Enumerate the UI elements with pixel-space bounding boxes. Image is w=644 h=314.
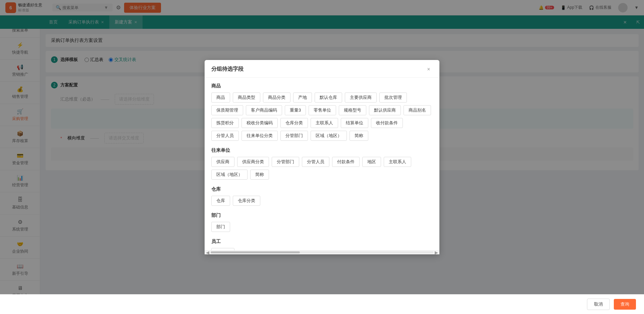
tag-short-name[interactable]: 简称: [350, 131, 368, 141]
warehouse-field-tags: 仓库 仓库分类: [211, 196, 433, 206]
tag-party-region[interactable]: 区域（地区）: [211, 170, 248, 180]
tag-warehouse-category[interactable]: 仓库分类: [280, 118, 308, 128]
tag-goods[interactable]: 商品: [211, 92, 230, 103]
tag-salesperson[interactable]: 业务员: [211, 248, 234, 250]
tag-pick-points[interactable]: 拣货积分: [211, 118, 239, 128]
cancel-button[interactable]: 取消: [587, 299, 610, 310]
section-warehouse: 仓库 仓库 仓库分类: [211, 186, 433, 206]
modal-close-button[interactable]: ×: [425, 65, 433, 73]
tag-party-payment[interactable]: 付款条件: [332, 157, 360, 167]
employee-field-tags: 业务员: [211, 248, 433, 250]
tag-main-supplier[interactable]: 主要供应商: [345, 92, 377, 103]
tag-party-dept[interactable]: 分管部门: [272, 157, 299, 167]
tag-warehouse-cat[interactable]: 仓库分类: [233, 196, 260, 206]
tag-batch-manage[interactable]: 批次管理: [379, 92, 407, 103]
section-warehouse-title: 仓库: [211, 186, 433, 192]
tag-tax-code[interactable]: 税收分类编码: [241, 118, 278, 128]
section-goods-title: 商品: [211, 83, 433, 89]
tag-shelf-life[interactable]: 保质期管理: [211, 105, 243, 115]
section-employee: 员工 业务员: [211, 239, 433, 250]
tag-weight3[interactable]: 重量3: [285, 105, 306, 115]
party-field-tags: 供应商 供应商分类 分管部门 分管人员 付款条件 地区 主联系人 区域（地区） …: [211, 157, 433, 180]
section-dept-title: 部门: [211, 212, 433, 218]
scrollbar-thumb: [211, 251, 300, 253]
tag-dept[interactable]: 部门: [211, 222, 230, 232]
modal-overlay[interactable]: 分组待选字段 × 商品 商品 商品类型 商品分类 产地 默认仓库 主要供应商 批…: [0, 0, 644, 314]
modal-body[interactable]: 商品 商品 商品类型 商品分类 产地 默认仓库 主要供应商 批次管理 保质期管理…: [205, 78, 439, 250]
tag-dept-manage[interactable]: 分管部门: [280, 131, 308, 141]
confirm-button[interactable]: 查询: [614, 299, 636, 310]
field-select-modal: 分组待选字段 × 商品 商品 商品类型 商品分类 产地 默认仓库 主要供应商 批…: [205, 60, 439, 254]
modal-scrollbar[interactable]: ◀ ▶: [205, 250, 439, 254]
tag-warehouse[interactable]: 仓库: [211, 196, 230, 206]
tag-goods-type[interactable]: 商品类型: [233, 92, 260, 103]
modal-title: 分组待选字段: [211, 66, 244, 73]
section-party: 往来单位 供应商 供应商分类 分管部门 分管人员 付款条件 地区 主联系人 区域…: [211, 147, 433, 180]
tag-dept-manager[interactable]: 分管人员: [211, 131, 239, 141]
tag-goods-category[interactable]: 商品分类: [263, 92, 290, 103]
tag-payment-terms[interactable]: 收付款条件: [371, 118, 403, 128]
tag-customer-code[interactable]: 客户商品编码: [246, 105, 282, 115]
tag-supplier-category[interactable]: 供应商分类: [237, 157, 269, 167]
tag-default-warehouse[interactable]: 默认仓库: [315, 92, 342, 103]
tag-supplier[interactable]: 供应商: [211, 157, 234, 167]
tag-party-short[interactable]: 简称: [250, 170, 269, 180]
tag-goods-alias[interactable]: 商品别名: [404, 105, 431, 115]
section-goods: 商品 商品 商品类型 商品分类 产地 默认仓库 主要供应商 批次管理 保质期管理…: [211, 83, 433, 141]
modal-header: 分组待选字段 ×: [205, 60, 439, 78]
scroll-left-icon[interactable]: ◀: [206, 250, 209, 255]
tag-region[interactable]: 区域（地区）: [311, 131, 347, 141]
tag-default-supplier[interactable]: 默认供应商: [369, 105, 401, 115]
tag-party-contact[interactable]: 主联系人: [384, 157, 411, 167]
goods-field-tags: 商品 商品类型 商品分类 产地 默认仓库 主要供应商 批次管理 保质期管理 客户…: [211, 92, 433, 141]
scrollbar-track: [211, 251, 433, 253]
tag-settlement-unit[interactable]: 结算单位: [341, 118, 368, 128]
section-employee-title: 员工: [211, 239, 433, 245]
dept-field-tags: 部门: [211, 222, 433, 232]
tag-main-contact[interactable]: 主联系人: [311, 118, 338, 128]
tag-party-area[interactable]: 地区: [362, 157, 381, 167]
tag-retail-unit[interactable]: 零售单位: [309, 105, 336, 115]
tag-spec-model[interactable]: 规格型号: [339, 105, 366, 115]
page-footer: 取消 查询: [0, 294, 644, 314]
scroll-right-icon[interactable]: ▶: [435, 250, 438, 255]
section-dept: 部门 部门: [211, 212, 433, 232]
tag-party-category[interactable]: 往来单位分类: [241, 131, 278, 141]
section-party-title: 往来单位: [211, 147, 433, 153]
tag-party-person[interactable]: 分管人员: [302, 157, 329, 167]
tag-origin[interactable]: 产地: [293, 92, 312, 103]
